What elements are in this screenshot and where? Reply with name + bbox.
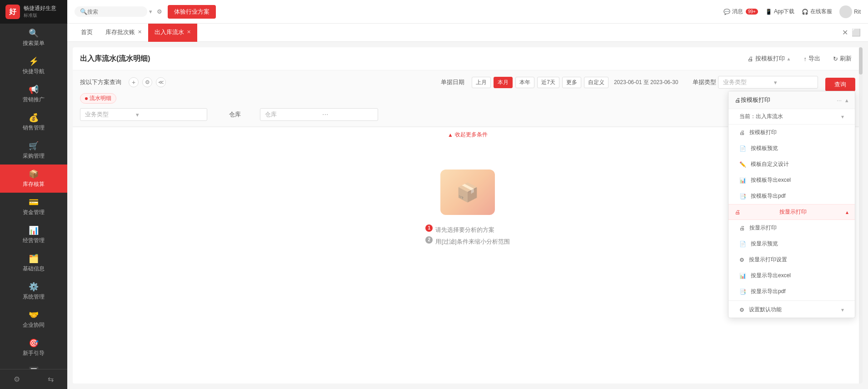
sidebar-item-appstore[interactable]: 🔲 应用中心 <box>0 362 67 369</box>
side-scrollbar[interactable] <box>859 47 863 384</box>
sidebar-item-sales[interactable]: 💰 销售管理 <box>0 108 67 136</box>
filter-warehouse-more[interactable]: ··· <box>322 110 328 119</box>
dropdown-display-section-arrow[interactable]: ▴ <box>846 209 848 215</box>
sidebar-item-search[interactable]: 🔍 搜索菜单 <box>0 24 67 52</box>
dropdown-current[interactable]: 当前：出入库流水 ▾ <box>728 109 855 125</box>
tab-batch-close[interactable]: ✕ <box>138 29 142 35</box>
export-icon: ↑ <box>804 55 807 62</box>
print-template-btn[interactable]: 🖨 按模板打印 ▲ <box>744 53 795 65</box>
tab-flow-close[interactable]: ✕ <box>187 29 191 35</box>
filter-date-custom[interactable]: 自定义 <box>584 77 609 88</box>
topbar-dropdown-arrow[interactable]: ▾ <box>149 8 152 15</box>
filter-date-more[interactable]: 更多 <box>562 77 581 88</box>
dropdown-display-print-icon: 🖨 <box>739 225 745 231</box>
dropdown-more-icon[interactable]: ··· <box>837 97 842 104</box>
sidebar-settings-btn[interactable]: ⚙ <box>14 375 20 384</box>
tip-text-2: 用[过滤]条件来缩小分析范围 <box>435 236 509 248</box>
filter-date-this-year[interactable]: 本年 <box>515 77 534 88</box>
app-download-label: App下载 <box>774 8 794 15</box>
tab-home[interactable]: 首页 <box>75 24 99 42</box>
online-service-label: 在线客服 <box>810 8 832 15</box>
filter-warehouse-value: 仓库 <box>265 110 277 119</box>
dropdown-display-section[interactable]: 🖨 按显示打印 ▴ <box>728 204 855 220</box>
dropdown-item-default-func[interactable]: ⚙ 设置默认功能 ▾ <box>728 302 855 318</box>
page-toolbar: 🖨 按模板打印 ▲ ↑ 导出 ↻ 刷新 <box>744 53 855 65</box>
filter-warehouse-area: 仓库 仓库 ··· <box>229 108 378 121</box>
dropdown-header-arrow[interactable]: ▴ <box>845 97 848 104</box>
tabs-expand[interactable]: ⬜ <box>852 28 861 37</box>
dropdown-item-display-print[interactable]: 🖨 按显示打印 <box>728 220 855 236</box>
sidebar-item-basic[interactable]: 🗂️ 基础信息 <box>0 249 67 277</box>
query-btn[interactable]: 查询 <box>825 78 855 91</box>
filter-collapse-left-btn[interactable]: ≪ <box>156 77 166 87</box>
dropdown-printer-icon: 🖨 <box>739 130 745 136</box>
filter-type-select[interactable]: 业务类型 ▾ <box>718 76 818 89</box>
filter-warehouse-select[interactable]: 仓库 ··· <box>260 108 378 121</box>
topbar-right: 💬 消息 99+ 📱 App下载 🎧 在线客服 Rit <box>723 5 861 18</box>
dropdown-template-preview-label: 按模板预览 <box>751 145 778 152</box>
dropdown-item-template-print[interactable]: 🖨 按模板打印 <box>728 125 855 140</box>
tag-label: 流水明细 <box>90 95 111 102</box>
online-service-btn[interactable]: 🎧 在线客服 <box>802 8 832 15</box>
sidebar-item-quick[interactable]: ⚡ 快捷导航 <box>0 52 67 80</box>
dropdown-display-section-label: 按显示打印 <box>779 208 807 216</box>
topbar-search-box[interactable]: 🔍 <box>75 6 147 17</box>
filter-date-7days[interactable]: 近7天 <box>537 77 559 88</box>
sidebar-icon-basic: 🗂️ <box>29 254 39 264</box>
filter-tag-item[interactable]: 流水明细 <box>80 93 116 104</box>
refresh-btn[interactable]: ↻ 刷新 <box>829 53 855 65</box>
sidebar-item-system[interactable]: ⚙️ 系统管理 <box>0 277 67 305</box>
sidebar-item-marketing[interactable]: 📢 营销推广 <box>0 80 67 108</box>
sidebar-item-enterprise[interactable]: 🤝 企业协同 <box>0 305 67 334</box>
dropdown-display-print-label: 按显示打印 <box>749 224 777 232</box>
dropdown-item-template-pdf[interactable]: 📑 按模板导出pdf <box>728 188 855 204</box>
tabs-bar: 首页 库存批次账 ✕ 出入库流水 ✕ ✕ ⬜ <box>67 24 868 42</box>
dropdown-item-display-excel[interactable]: 📊 按显示导出excel <box>728 268 855 284</box>
sidebar-item-inventory[interactable]: 📦 库存核算 <box>0 165 67 193</box>
filter-date-this-month[interactable]: 本月 <box>494 77 513 88</box>
filter-settings-btn[interactable]: ⚙ <box>142 77 152 87</box>
tab-batch[interactable]: 库存批次账 ✕ <box>99 24 148 42</box>
page-header: 出入库流水(流水明细) 🖨 按模板打印 ▲ ↑ 导出 ↻ 刷新 <box>73 47 863 70</box>
dropdown-item-template-preview[interactable]: 📄 按模板预览 <box>728 140 855 156</box>
dropdown-item-template-custom[interactable]: ✏️ 模板自定义设计 <box>728 156 855 172</box>
tab-flow[interactable]: 出入库流水 ✕ <box>148 24 197 42</box>
message-icon: 💬 <box>723 9 730 15</box>
filter-date-last-month[interactable]: 上月 <box>472 77 491 88</box>
tabs-close-all[interactable]: ✕ <box>842 28 848 37</box>
dropdown-template-pdf-label: 按模板导出pdf <box>751 192 786 200</box>
sidebar-item-operation[interactable]: 📊 经营管理 <box>0 221 67 249</box>
scroll-thumb[interactable] <box>859 47 863 75</box>
filter-date-buttons: 上月 本月 本年 近7天 更多 自定义 <box>472 77 609 88</box>
dropdown-template-custom-label: 模板自定义设计 <box>751 160 789 168</box>
sidebar-item-guide[interactable]: 🎯 新手引导 <box>0 334 67 362</box>
dropdown-item-display-settings[interactable]: ⚙ 按显示打印设置 <box>728 252 855 268</box>
sidebar-item-purchase[interactable]: 🛒 采购管理 <box>0 136 67 165</box>
topbar-settings-icon[interactable]: ⚙ <box>157 8 162 15</box>
app-download-btn[interactable]: 📱 App下载 <box>765 8 794 15</box>
dropdown-item-display-pdf[interactable]: 📑 按显示导出pdf <box>728 284 855 299</box>
filter-add-btn[interactable]: + <box>129 77 139 87</box>
search-input[interactable] <box>87 9 142 15</box>
sidebar-icon-enterprise: 🤝 <box>29 310 39 320</box>
message-btn[interactable]: 💬 消息 99+ <box>723 8 758 15</box>
export-btn[interactable]: ↑ 导出 <box>800 53 824 65</box>
filter-biztype-select[interactable]: 业务类型 ▾ <box>80 108 207 121</box>
sidebar-collapse-btn[interactable]: ⇆ <box>48 375 54 384</box>
sidebar-icon-quick: ⚡ <box>29 56 39 66</box>
empty-tip-2: 2 用[过滤]条件来缩小分析范围 <box>425 236 509 248</box>
dropdown-item-display-preview[interactable]: 📄 按显示预览 <box>728 236 855 252</box>
dropdown-display-preview-label: 按显示预览 <box>751 240 778 248</box>
print-template-label: 按模板打印 <box>755 55 785 63</box>
sidebar-item-finance[interactable]: 💳 资金管理 <box>0 193 67 221</box>
filter-date-range: 2023-06-01 至 2023-06-30 <box>614 79 678 86</box>
industry-btn[interactable]: 体验行业方案 <box>168 5 216 19</box>
dropdown-panel: 🖨 按模板打印 ··· ▴ 当前：出入库流水 ▾ 🖨 按模板打印 📄 按模板预览… <box>728 91 855 318</box>
filter-row-2: 业务类型 ▾ 仓库 仓库 ··· <box>80 108 818 121</box>
empty-illustration: 📦 <box>440 170 495 215</box>
main-content: 出入库流水(流水明细) 🖨 按模板打印 ▲ ↑ 导出 ↻ 刷新 <box>67 42 868 389</box>
dropdown-item-template-excel[interactable]: 📊 按模板导出excel <box>728 172 855 188</box>
user-avatar-area[interactable]: Rit <box>839 5 861 18</box>
avatar <box>839 5 852 18</box>
dropdown-template-print-label: 按模板打印 <box>749 129 777 136</box>
